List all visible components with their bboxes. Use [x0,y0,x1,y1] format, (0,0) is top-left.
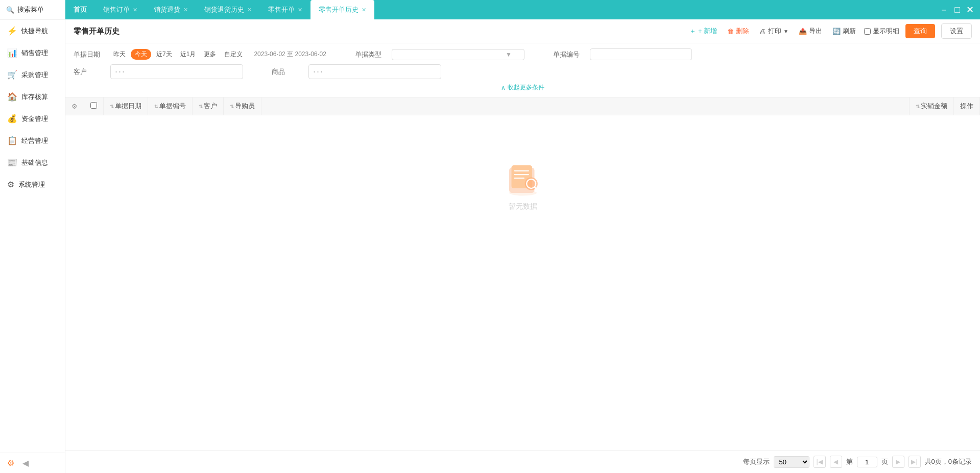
date-from: 2023-06-02 [254,51,285,58]
tab-sales-order-close[interactable]: ✕ [133,7,137,13]
settings-bottom-icon[interactable]: ⚙ [7,458,14,468]
tab-sales-return-history-label: 销货退货历史 [204,5,244,14]
total-info: 共0页，0条记录 [925,457,972,466]
operation-column-label: 操作 [960,102,973,110]
number-filter-label: 单据编号 [553,50,582,59]
product-filter-select[interactable]: ··· [308,64,441,79]
filter-row-1: 单据日期 昨天 今天 近7天 近1月 更多 自定义 2023-06-02 至 2… [74,48,972,60]
select-all-checkbox[interactable] [90,102,97,109]
sidebar-item-sales-mgmt[interactable]: 📊 销售管理 [0,42,65,64]
sidebar-item-basic-info[interactable]: 📰 基础信息 [0,152,65,173]
tab-retail-open[interactable]: 零售开单 ✕ [260,0,310,19]
add-icon: ＋ [689,27,696,36]
next-page-btn[interactable]: ▶ [892,456,904,468]
tab-home-label: 首页 [74,5,87,14]
settings-column-header[interactable]: ⚙ [65,97,84,115]
tab-retail-open-close[interactable]: ✕ [298,7,302,13]
sidebar-search[interactable]: 🔍 搜索菜单 [0,0,65,20]
sidebar-item-operations[interactable]: 📋 经营管理 [0,130,65,152]
number-filter-input[interactable] [590,48,692,60]
sidebar-item-purchase-mgmt[interactable]: 🛒 采购管理 [0,64,65,86]
last-month-btn[interactable]: 近1月 [177,49,199,60]
type-filter-select[interactable]: ▼ [392,49,524,60]
more-btn[interactable]: 更多 [201,49,219,60]
date-column-header[interactable]: ⇅ 单据日期 [104,97,148,115]
customer-column-header[interactable]: ⇅ 客户 [193,97,224,115]
sidebar-bottom: ⚙ ◀ [0,453,65,473]
collapse-sidebar-icon[interactable]: ◀ [22,458,29,468]
page-input[interactable] [857,457,877,467]
collapse-filter-btn[interactable]: ∧ 收起更多条件 [74,83,972,92]
product-filter-label: 商品 [272,67,300,77]
page-title: 零售开单历史 [74,27,119,36]
tab-sales-return-history[interactable]: 销货退货历史 ✕ [196,0,260,19]
filter-row-2: 客户 ··· 商品 ··· [74,64,972,79]
sidebar: 🔍 搜索菜单 ⚡ 快捷导航 📊 销售管理 🛒 采购管理 🏠 库存核算 💰 资金管… [0,0,65,473]
tab-bar: 首页 销售订单 ✕ 销货退货 ✕ 销货退货历史 ✕ 零售开单 ✕ 零售开单历史 … [65,0,980,19]
tab-sales-return-close[interactable]: ✕ [183,7,188,13]
sidebar-item-system-mgmt[interactable]: ⚙ 系统管理 [0,173,65,195]
date-column-label: 单据日期 [115,102,141,111]
tab-sales-return[interactable]: 销货退货 ✕ [146,0,196,19]
collapse-filter-label: 收起更多条件 [508,83,544,92]
customer-filter-select[interactable]: ··· [110,64,243,79]
export-icon: 📤 [799,28,807,35]
tab-retail-history-close[interactable]: ✕ [362,7,366,13]
sidebar-item-finance[interactable]: 💰 资金管理 [0,108,65,130]
window-controls: － □ ✕ [939,4,974,16]
sidebar-item-inventory[interactable]: 🏠 库存核算 [0,86,65,108]
tab-sales-return-label: 销货退货 [154,5,180,14]
salesperson-column-header[interactable]: ⇅ 导购员 [224,97,261,115]
add-button[interactable]: ＋ + 新增 [687,26,719,37]
amount-column-label: 实销金额 [921,102,947,111]
refresh-button[interactable]: 🔄 刷新 [830,26,858,37]
query-button[interactable]: 查询 [905,24,935,38]
delete-label: 删除 [736,27,749,36]
last7-btn[interactable]: 近7天 [153,49,175,60]
setting-button[interactable]: 设置 [941,23,972,39]
salesperson-sort-icon: ⇅ [230,104,234,109]
tab-sales-order[interactable]: 销售订单 ✕ [95,0,146,19]
refresh-label: 刷新 [843,27,856,36]
delete-button[interactable]: 🗑 删除 [725,26,751,37]
data-table: ⚙ ⇅ 单据日期 ⇅ [65,97,980,115]
table-settings-icon[interactable]: ⚙ [71,103,78,110]
print-button[interactable]: 🖨 打印 ▼ [757,26,791,37]
tab-home[interactable]: 首页 [65,0,95,19]
export-button[interactable]: 📤 导出 [797,26,824,37]
window-minimize-btn[interactable]: － [939,4,948,16]
page-suffix: 页 [881,457,888,466]
sidebar-item-quick-nav[interactable]: ⚡ 快捷导航 [0,20,65,42]
per-page-select[interactable]: 50 10 20 100 [774,456,809,468]
display-detail-label: 显示明细 [873,27,899,36]
empty-illustration [500,156,546,202]
window-close-btn[interactable]: ✕ [966,4,974,15]
sidebar-item-label: 资金管理 [21,114,48,123]
tab-retail-history-label: 零售开单历史 [319,5,358,14]
display-detail-input[interactable] [864,28,871,35]
operation-column-header: 操作 [954,97,980,115]
print-arrow-icon: ▼ [783,29,788,34]
per-page-label: 每页显示 [743,457,770,466]
last-page-btn[interactable]: ▶| [909,456,921,468]
finance-icon: 💰 [7,114,17,123]
quick-nav-icon: ⚡ [7,26,17,36]
date-filter-label: 单据日期 [74,50,102,59]
custom-btn[interactable]: 自定义 [221,49,246,60]
customer-sort-icon: ⇅ [199,104,203,109]
tab-retail-history[interactable]: 零售开单历史 ✕ [310,0,374,19]
display-detail-checkbox[interactable]: 显示明细 [864,27,899,36]
checkbox-column-header[interactable] [84,97,104,115]
inventory-icon: 🏠 [7,92,17,102]
delete-icon: 🗑 [727,28,734,35]
first-page-btn[interactable]: |◀ [814,456,826,468]
yesterday-btn[interactable]: 昨天 [110,49,129,60]
number-column-header[interactable]: ⇅ 单据编号 [148,97,193,115]
print-label: 打印 [768,27,781,36]
tab-sales-return-history-close[interactable]: ✕ [247,7,252,13]
today-btn[interactable]: 今天 [131,49,151,60]
customer-placeholder: ··· [115,66,126,77]
amount-column-header[interactable]: ⇅ 实销金额 [910,97,954,115]
prev-page-btn[interactable]: ◀ [830,456,842,468]
window-maximize-btn[interactable]: □ [954,5,960,15]
